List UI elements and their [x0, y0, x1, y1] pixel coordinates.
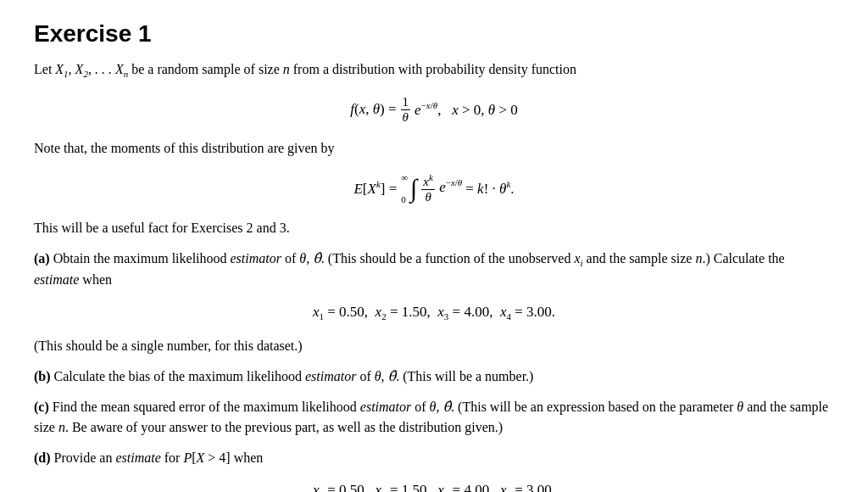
page-title: Exercise 1 — [34, 20, 834, 48]
part-d-label: (d) — [34, 450, 51, 465]
intro-paragraph: Let X1, X2, . . . Xn be a random sample … — [34, 59, 834, 81]
part-a-text: Obtain the maximum likelihood estimator … — [53, 251, 785, 266]
part-c-text: Find the mean squared error of the maxim… — [53, 400, 828, 414]
part-b-label: (b) — [34, 369, 51, 383]
part-c-paragraph: (c) Find the mean squared error of the m… — [34, 397, 834, 438]
part-a-estimate-label: estimate — [34, 272, 79, 287]
part-a-paragraph: (a) Obtain the maximum likelihood estima… — [34, 249, 834, 291]
part-c-label: (c) — [34, 400, 49, 414]
part-c-text-cont: size n. Be aware of your answer to the p… — [34, 420, 503, 434]
pdf-equation: f(x, θ) = 1 θ e−x/θ, x > 0, θ > 0 — [34, 95, 834, 125]
data-equation-2: x1 = 0.50, x2 = 1.50, x3 = 4.00, x4 = 3.… — [34, 482, 834, 492]
data-values-1: x1 = 0.50, x2 = 1.50, x3 = 4.00, x4 = 3.… — [313, 304, 555, 321]
intro-text: Let X1, X2, . . . Xn be a random sample … — [34, 62, 576, 76]
part-a-note-text: (This should be a single number, for thi… — [34, 338, 303, 353]
part-a-note-paragraph: (This should be a single number, for thi… — [34, 336, 834, 356]
useful-fact-text: This will be a useful fact for Exercises… — [34, 221, 290, 235]
data-values-2: x1 = 0.50, x2 = 1.50, x3 = 4.00, x4 = 3.… — [313, 482, 555, 492]
part-d-paragraph: (d) Provide an estimate for P[X > 4] whe… — [34, 448, 834, 468]
useful-fact-paragraph: This will be a useful fact for Exercises… — [34, 218, 834, 238]
part-b-paragraph: (b) Calculate the bias of the maximum li… — [34, 366, 834, 387]
part-b-text: Calculate the bias of the maximum likeli… — [54, 369, 534, 383]
moments-intro-text: Note that, the moments of this distribut… — [34, 141, 335, 155]
part-a-when-text: when — [82, 272, 112, 287]
moments-equation: E[Xk] = ∞ 0 ∫ xk θ e−x/θ = k! · θk. — [34, 172, 834, 204]
data-equation-1: x1 = 0.50, x2 = 1.50, x3 = 4.00, x4 = 3.… — [34, 304, 834, 321]
part-d-text: Provide an estimate for P[X > 4] when — [54, 450, 264, 465]
part-a-label: (a) — [34, 251, 50, 266]
moments-intro-paragraph: Note that, the moments of this distribut… — [34, 138, 834, 159]
